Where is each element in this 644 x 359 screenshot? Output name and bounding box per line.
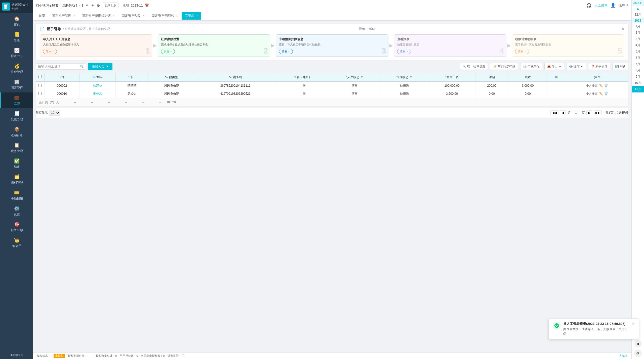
sidebar-item-member[interactable]: 👑畅会员 [0,235,33,251]
tab-fixed-category[interactable]: 固定资产类别✕ [118,12,148,20]
sidebar-item-closing[interactable]: ✅结账 [0,156,33,172]
cancel-pin-button[interactable]: ◀取消固定 [0,351,33,359]
rp-month-9[interactable]: 9月 [632,74,644,80]
prev-page-button[interactable]: ◀ [560,110,566,115]
per-page-select[interactable]: 10 20 50 [49,110,60,116]
rp-month-4[interactable]: 4月 [632,42,644,48]
rp-nav-up-button[interactable]: ▲ [635,6,640,12]
customer-service-label[interactable]: 人工咨询 [594,3,608,8]
tab-close-icon[interactable]: ✕ [73,14,75,17]
rp-month-7[interactable]: 7月 [632,61,644,67]
cell-dept: 总经办 [116,90,148,98]
next-page-button[interactable]: ▶ [586,110,592,115]
tab-close-icon[interactable]: ✕ [176,14,178,17]
tab-close-icon[interactable]: ✕ [143,14,145,17]
logo-icon: 📊 [2,3,10,11]
settings-icon[interactable]: ⚙ [97,3,100,8]
cell-dept: 嘻嘻嘻 [116,82,148,90]
rp-expand-icon[interactable]: ◀ [634,340,642,347]
sidebar-item-guide[interactable]: 🎯新手引导 [0,219,33,235]
tab-payroll-table[interactable]: 工资表✕ [182,12,201,20]
special-deduction-button[interactable]: 📝 专项附加扣除 [490,63,518,70]
page-number-input[interactable] [572,110,580,115]
og-video-link[interactable]: 视频 [359,27,365,31]
og-step-4-btn[interactable]: 查看＞ [397,49,411,54]
calendar-icon[interactable]: 📅 [145,4,149,7]
cell-report-status: 待报送 [380,90,429,98]
rp-month-2[interactable]: 2月 [632,30,644,36]
rp-month-5[interactable]: 5月 [632,48,644,55]
rp-month-6[interactable]: 6月 [632,55,644,61]
og-step-3-btn[interactable]: 查看＞ [279,49,293,54]
og-step-1-btn[interactable]: 导入＞ [43,49,57,54]
last-page-button[interactable]: ▶▶ [594,110,602,115]
rp-month-10[interactable]: 10月 [632,80,644,86]
operations-button[interactable]: ⚙️ 操作 ▼ [566,63,586,70]
sidebar-item-tax[interactable]: 📋税务管理 [0,140,33,156]
tab-fixed-detail[interactable]: 固定资产明细账✕ [148,12,181,20]
sidebar-item-ledger[interactable]: 📒总账 [0,29,33,45]
delete-icon[interactable]: 🗑️ [604,92,608,95]
rp-year-2023[interactable]: 2023 [632,18,644,23]
sidebar-item-reports[interactable]: 📈报表中心 [0,45,33,61]
new-guide-button[interactable]: ❓ 新手引导 [588,63,610,70]
search-icon[interactable]: 🔍 [80,65,84,68]
refresh-button[interactable]: 🔄 刷新 [612,63,628,70]
dropdown-arrow-icon[interactable]: ▼ [85,4,89,7]
tax-report-button[interactable]: 📊 个税申报 [520,63,542,70]
cell-ops: 个人社保 ✏️ 🗑️ [566,82,628,90]
cell-apply [547,82,566,90]
customer-service-icon[interactable]: 🎧 [586,3,591,8]
add-account-icon[interactable]: ＋ [91,3,95,8]
social-insurance-button[interactable]: 🔧 统一社保设置 [460,63,488,70]
edit-icon[interactable]: ✏️ [599,84,603,87]
table-footer: 合计共（2）人 -- -- -- -- -- -- 103,20 [36,98,628,107]
sidebar-item-funds[interactable]: 💰资金管理 [0,61,33,77]
edit-icon[interactable]: ✏️ [599,92,603,95]
row-checkbox[interactable] [38,92,42,95]
rp-month-11[interactable]: 11月 [632,86,644,92]
footer-dash-6: -- [159,100,162,104]
sidebar-item-expense[interactable]: 💳小畅报销 [0,187,33,203]
og-close-button[interactable]: ✕ [621,27,624,31]
rp-bottom-icons: ◀ ⚙ [634,338,642,359]
rp-month-3[interactable]: 3月 [632,36,644,42]
sidebar-item-payroll[interactable]: 💼工资 [0,92,33,108]
delete-icon[interactable]: 🗑️ [604,84,608,87]
row-checkbox[interactable] [38,84,42,87]
remaining: 当前剩余授权数：0 [141,354,165,358]
sidebar-item-archives[interactable]: 🗂️归档管理 [0,172,33,187]
tab-depreciation[interactable]: 固定资产折旧统计表✕ [79,12,118,20]
og-step-2-btn[interactable]: 设置＞ [161,49,175,54]
og-step-5-btn[interactable]: 查看＞ [515,49,529,54]
rp-month-8[interactable]: 8月 [632,67,644,74]
toast-close-button[interactable]: ✕ [632,322,635,326]
sidebar-item-fixed-assets[interactable]: 🏢固定资产 [0,77,33,92]
search-input[interactable] [38,65,79,68]
export-button[interactable]: 📤 导出 ▼ [544,63,564,70]
rp-month-12[interactable]: 12月 [632,12,644,18]
switch-version-button[interactable]: 切到旧版 [102,3,119,8]
sidebar-item-invoices[interactable]: 🧾发票管理 [0,108,33,124]
tab-home[interactable]: 首页 [36,12,48,20]
first-page-button[interactable]: ◀◀ [550,110,558,115]
toolbar: 🔍 添加人员 ▼ 🔧 统一社保设置 📝 专项附加扣除 📊 个税申报 📤 导出 ▼… [36,63,628,70]
sidebar-item-home[interactable]: 🏠首页 [0,13,33,29]
sidebar-item-inventory[interactable]: 📦进销台账 [0,124,33,140]
tab-fixed-assets[interactable]: 固定资产管理✕ [49,12,78,20]
tab-close-icon[interactable]: ✕ [196,14,198,17]
og-help-link[interactable]: 帮助 [369,27,375,31]
logo-name: 畅捷通好会计 [12,3,28,6]
table-row: 000002 徐泽华 嘻嘻嘻 居民身份证 360782200104131111 … [36,82,628,90]
pagination-bar: 每页显示 10 20 50 ◀◀ ◀ 第 页 ▶ ▶▶ 共1页，2条记录 [36,108,628,118]
select-all-checkbox[interactable] [38,75,42,78]
rp-month-1[interactable]: 1月 [632,23,644,30]
cell-nationality: 中国 [276,82,329,90]
footer-dash-1: -- [74,100,76,104]
rp-settings-icon[interactable]: ⚙ [634,349,642,357]
add-people-button[interactable]: 添加人员 ▼ [88,63,112,70]
auth-status-badge: 未授权 [54,354,65,358]
charge-link[interactable]: 去充值 [619,354,627,358]
tab-close-icon[interactable]: ✕ [113,14,115,17]
sidebar-item-settings[interactable]: ⚙️设置 [0,203,33,219]
